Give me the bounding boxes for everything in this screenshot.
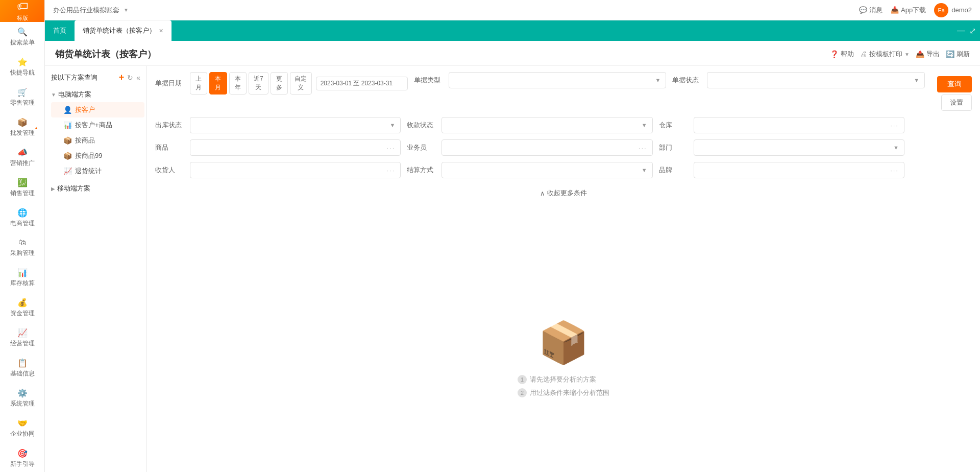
sidebar-label-wholesale: 批发管理 [10, 129, 35, 137]
salesman-dots: ··· [639, 144, 647, 152]
goods-picker[interactable]: ··· [190, 139, 401, 156]
tree-group-desktop-header[interactable]: ▼ 电脑端方案 [47, 87, 144, 102]
tip-num-2: 2 [518, 388, 527, 397]
sidebar-item-wholesale[interactable]: 📦 批发管理 [0, 112, 44, 143]
scheme-add-btn[interactable]: + [119, 72, 125, 83]
type-dropdown-arrow: ▼ [655, 77, 660, 83]
export-label: 导出 [926, 50, 940, 59]
filter-row-4: 收货人 ··· 结算方式 ▼ [155, 162, 972, 178]
tree-item-return[interactable]: 📈 退货统计 [51, 163, 144, 179]
tree-group-mobile-header[interactable]: ▶ 移动端方案 [47, 181, 144, 196]
tree-arrow-down: ▼ [51, 92, 56, 98]
message-icon: 💬 [859, 6, 867, 14]
brand-label: 品牌 [659, 166, 690, 175]
date-range-input[interactable]: 2023-03-01 至 2023-03-31 [316, 77, 408, 90]
tab-minimize-btn[interactable]: — [957, 26, 965, 35]
receiver-picker[interactable]: ··· [190, 162, 401, 178]
content-area: 销货单统计表（按客户） ❓ 帮助 🖨 按模板打印 ▼ 📤 导出 🔄 刷新 [45, 41, 980, 472]
sidebar-item-operation[interactable]: 📈 经营管理 [0, 323, 44, 353]
tab-home[interactable]: 首页 [45, 20, 75, 41]
sidebar-item-system[interactable]: ⚙️ 系统管理 [0, 383, 44, 413]
refresh-icon: 🔄 [946, 50, 954, 58]
sidebar-item-purchase[interactable]: 🛍 采购管理 [0, 233, 44, 263]
date-btn-more[interactable]: 更多 [271, 72, 288, 95]
scheme-collapse-btn[interactable]: « [136, 74, 140, 82]
filter-panel: 单据日期 上月 本月 本年 近7天 更多 自定义 2023-03-01 至 20… [147, 66, 980, 245]
collapse-conditions-btn[interactable]: ∧ 收起更多条件 [155, 184, 972, 202]
message-nav[interactable]: 💬 消息 [859, 6, 883, 15]
filter-salesman: 业务员 ··· [407, 139, 652, 156]
sidebar-item-inventory[interactable]: 📊 库存核算 [0, 263, 44, 293]
salesman-picker[interactable]: ··· [442, 139, 652, 156]
help-icon: ❓ [830, 50, 839, 58]
page-header: 销货单统计表（按客户） ❓ 帮助 🖨 按模板打印 ▼ 📤 导出 🔄 刷新 [45, 41, 980, 66]
date-btn-7days[interactable]: 近7天 [249, 72, 268, 95]
type-dropdown[interactable]: ▼ [449, 72, 667, 88]
refresh-btn[interactable]: 🔄 刷新 [946, 50, 970, 59]
salesman-label: 业务员 [407, 143, 437, 152]
export-btn[interactable]: 📤 导出 [916, 50, 940, 59]
sidebar-item-retail[interactable]: 🛒 零售管理 [0, 82, 44, 112]
goods-dots: ··· [386, 144, 395, 152]
date-btn-last-month[interactable]: 上月 [190, 72, 207, 95]
out-state-dropdown[interactable]: ▼ [190, 117, 401, 133]
state-dropdown[interactable]: ▼ [707, 72, 925, 88]
sidebar-label-marketing: 营销推广 [10, 159, 35, 168]
settle-arrow: ▼ [642, 167, 647, 173]
receipt-state-dropdown[interactable]: ▼ [442, 117, 652, 133]
wholesale-icon: 📦 [17, 117, 28, 127]
tab-close-icon[interactable]: ✕ [159, 28, 163, 34]
dept-dropdown[interactable]: ▼ [694, 139, 904, 156]
tree-item-customer-goods[interactable]: 📊 按客户+商品 [51, 117, 144, 133]
template-print-btn[interactable]: 🖨 按模板打印 ▼ [860, 50, 910, 59]
settle-dropdown[interactable]: ▼ [442, 162, 652, 178]
tree-item-by-goods99[interactable]: 📦 按商品99 [51, 148, 144, 163]
tree-item-by-goods[interactable]: 📦 按商品 [51, 133, 144, 148]
tab-maximize-btn[interactable]: ⤢ [969, 26, 976, 36]
app-download-nav[interactable]: 📥 App下载 [891, 6, 926, 15]
receipt-state-label: 收款状态 [407, 121, 437, 130]
filter-warehouse: 仓库 ··· [659, 117, 904, 133]
logo-text: 标版 [17, 14, 28, 22]
date-btn-custom[interactable]: 自定义 [290, 72, 311, 95]
goods99-icon: 📦 [63, 152, 72, 160]
sidebar-item-sales[interactable]: 💹 销售管理 [0, 173, 44, 203]
logo-icon: 🏷 [17, 0, 28, 13]
filter-brand: 品牌 ··· [659, 162, 904, 178]
query-button[interactable]: 查询 [937, 76, 972, 92]
sidebar-item-search[interactable]: 🔍 搜索菜单 [0, 22, 44, 52]
tree-item-customer-label: 按客户 [75, 105, 95, 114]
basic-icon: 📋 [17, 358, 28, 368]
sidebar-label-inventory: 库存核算 [10, 279, 35, 288]
breadcrumb-dropdown[interactable]: ▼ [124, 7, 129, 13]
sidebar-item-finance[interactable]: 💰 资金管理 [0, 293, 44, 323]
setting-button[interactable]: 设置 [941, 95, 972, 111]
help-btn[interactable]: ❓ 帮助 [830, 50, 854, 59]
page-title: 销货单统计表（按客户） [55, 48, 156, 60]
user-profile[interactable]: Ea demo2 [934, 3, 972, 17]
tree-arrow-right: ▶ [51, 186, 55, 192]
sidebar-logo[interactable]: 🏷 标版 [0, 0, 45, 22]
print-dropdown-icon: ▼ [904, 52, 910, 57]
sidebar-item-marketing[interactable]: 📣 营销推广 [0, 143, 44, 173]
sidebar-item-newbie[interactable]: 🎯 新手引导 [0, 443, 44, 472]
sidebar-item-ecommerce[interactable]: 🌐 电商管理 [0, 203, 44, 233]
date-btn-this-month[interactable]: 本月 [209, 72, 227, 95]
dept-arrow: ▼ [893, 145, 899, 151]
sidebar-item-quicknav[interactable]: ⭐ 快捷导航 [0, 52, 44, 82]
sidebar-label-newbie: 新手引导 [10, 460, 35, 468]
warehouse-picker[interactable]: ··· [694, 117, 904, 133]
tab-sales-stat[interactable]: 销货单统计表（按客户） ✕ [75, 20, 172, 41]
brand-picker[interactable]: ··· [694, 162, 904, 178]
scheme-refresh-icon[interactable]: ↻ [127, 74, 133, 82]
sidebar-label-retail: 零售管理 [10, 99, 35, 107]
scheme-panel-actions: + ↻ « [119, 72, 140, 83]
tree-item-by-customer[interactable]: 👤 按客户 [51, 102, 144, 117]
receiver-dots: ··· [386, 167, 395, 174]
date-btn-this-year[interactable]: 本年 [229, 72, 247, 95]
filter-receiver: 收货人 ··· [155, 162, 401, 178]
empty-tips: 1 请先选择要分析的方案 2 用过滤条件来缩小分析范围 [518, 375, 609, 397]
tab-bar: 首页 销货单统计表（按客户） ✕ — ⤢ [45, 20, 980, 41]
sidebar-item-basic[interactable]: 📋 基础信息 [0, 353, 44, 383]
sidebar-item-enterprise[interactable]: 🤝 企业协同 [0, 413, 44, 443]
